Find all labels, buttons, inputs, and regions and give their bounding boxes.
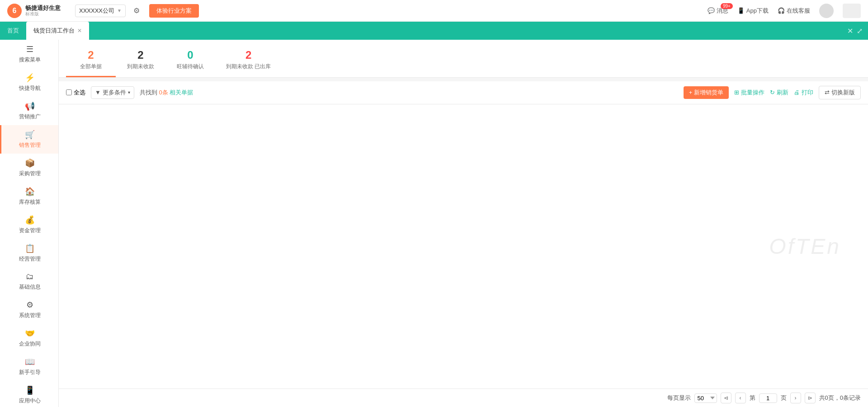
- finance-icon: 💰: [25, 215, 35, 225]
- logo-sub-text: 标准版: [25, 11, 61, 17]
- related-link[interactable]: 相关单据: [170, 89, 193, 96]
- found-text: 共找到 0条 相关单据: [140, 89, 193, 97]
- sidebar: ☰ 搜索菜单 ⚡ 快捷导航 📢 营销推广 🛒 销售管理 📦 采购管理 🏠 库存核…: [0, 40, 59, 407]
- sidebar-item-operations-label: 经营管理: [19, 255, 41, 263]
- sidebar-item-system[interactable]: ⚙ 系统管理: [0, 295, 58, 324]
- main-layout: ☰ 搜索菜单 ⚡ 快捷导航 📢 营销推广 🛒 销售管理 📦 采购管理 🏠 库存核…: [0, 40, 868, 407]
- print-button[interactable]: 🖨 打印: [794, 89, 813, 97]
- next-page-button[interactable]: ›: [790, 393, 801, 403]
- logo-icon: 6: [7, 4, 22, 18]
- inventory-icon: 🏠: [25, 187, 35, 196]
- prev-page-button[interactable]: ‹: [735, 393, 746, 403]
- sidebar-item-finance-label: 资金管理: [19, 227, 41, 234]
- quick-nav-icon: ⚡: [25, 73, 35, 83]
- message-icon: 💬: [708, 7, 715, 14]
- tab-bar-actions: ✕ ⤢: [847, 27, 868, 35]
- search-menu-icon: ☰: [26, 44, 33, 54]
- stat-overdue-label: 到期未收款: [127, 63, 154, 70]
- system-icon: ⚙: [26, 300, 33, 310]
- select-all-input[interactable]: [66, 89, 72, 95]
- tab-work-bench[interactable]: 钱货日清工作台 ✕: [26, 22, 89, 40]
- first-page-button[interactable]: ⊲: [721, 393, 731, 403]
- headset-icon: 🎧: [778, 7, 785, 14]
- settings-button[interactable]: ⚙: [129, 4, 144, 18]
- sidebar-item-system-label: 系统管理: [19, 312, 41, 319]
- tab-close-icon[interactable]: ✕: [77, 28, 82, 34]
- purchase-icon: 📦: [25, 158, 35, 168]
- page-input[interactable]: [759, 393, 777, 403]
- logo-text: 畅捷通好生意 标准版: [25, 5, 61, 17]
- stat-tab-shipped[interactable]: 2 到期未收款 已出库: [215, 45, 282, 77]
- filter-label: 更多条件: [103, 89, 126, 97]
- logo-area: 6 畅捷通好生意 标准版: [7, 4, 66, 18]
- app-download-button[interactable]: 📱 App下载: [737, 7, 769, 15]
- app-download-label: App下载: [746, 7, 769, 15]
- online-service-button[interactable]: 🎧 在线客服: [778, 7, 810, 15]
- sidebar-item-operations[interactable]: 📋 经营管理: [0, 239, 58, 267]
- sidebar-item-sales-label: 销售管理: [19, 141, 41, 149]
- maximize-icon[interactable]: ⤢: [857, 27, 863, 35]
- batch-operation-button[interactable]: ⊞ 批量操作: [734, 89, 764, 97]
- company-name: XXXXXX公司: [79, 7, 114, 15]
- sidebar-item-quick-nav-label: 快捷导航: [19, 84, 41, 92]
- sidebar-item-finance[interactable]: 💰 资金管理: [0, 211, 58, 239]
- last-page-button[interactable]: ⊳: [805, 393, 816, 403]
- table-area: OfTEn: [59, 104, 868, 388]
- enterprise-icon: 🤝: [25, 328, 35, 338]
- chevron-down-icon: ▼: [117, 8, 122, 13]
- sidebar-item-app-center[interactable]: 📱 应用中心: [0, 381, 58, 407]
- user-menu[interactable]: [843, 4, 861, 18]
- operations-icon: 📋: [25, 243, 35, 253]
- toolbar-right: + 新增销货单 ⊞ 批量操作 ↻ 刷新 🖨 打印 ⇄ 切换新版: [684, 86, 861, 99]
- page-label2: 页: [781, 394, 787, 402]
- sidebar-item-quick-nav[interactable]: ⚡ 快捷导航: [0, 68, 58, 97]
- marketing-icon: 📢: [25, 101, 35, 111]
- switch-new-version-button[interactable]: ⇄ 切换新版: [819, 86, 861, 99]
- filter-button[interactable]: ▼ 更多条件 ▾: [91, 86, 134, 99]
- add-sales-order-button[interactable]: + 新增销货单: [684, 86, 729, 99]
- experience-button[interactable]: 体验行业方案: [149, 4, 199, 18]
- sidebar-item-sales[interactable]: 🛒 销售管理: [0, 125, 58, 154]
- avatar[interactable]: [819, 4, 834, 18]
- app-download-icon: 📱: [737, 7, 745, 14]
- switch-icon: ⇄: [825, 89, 830, 96]
- sidebar-item-marketing[interactable]: 📢 营销推广: [0, 97, 58, 125]
- company-selector[interactable]: XXXXXX公司 ▼: [75, 5, 126, 17]
- stat-shipped-num: 2: [245, 49, 251, 62]
- stat-pending-num: 0: [187, 49, 193, 62]
- top-header: 6 畅捷通好生意 标准版 XXXXXX公司 ▼ ⚙ 体验行业方案 💬 消息 99…: [0, 0, 868, 22]
- sidebar-item-purchase[interactable]: 📦 采购管理: [0, 154, 58, 182]
- total-text: 共0页，0条记录: [819, 394, 861, 402]
- select-all-checkbox[interactable]: 全选: [66, 89, 85, 97]
- found-num: 0条: [159, 89, 168, 96]
- message-button[interactable]: 💬 消息 99+: [708, 7, 728, 15]
- message-badge: 99+: [721, 3, 733, 9]
- sidebar-item-basic-info[interactable]: 🗂 基础信息: [0, 267, 58, 295]
- refresh-button[interactable]: ↻ 刷新: [770, 89, 788, 97]
- tab-bar: 首页 钱货日清工作台 ✕ ✕ ⤢: [0, 22, 868, 40]
- stat-overdue-num: 2: [137, 49, 143, 62]
- sidebar-item-inventory[interactable]: 🏠 库存核算: [0, 182, 58, 211]
- tab-home[interactable]: 首页: [0, 22, 26, 40]
- sidebar-item-search-label: 搜索菜单: [19, 56, 41, 64]
- stat-all-num: 2: [88, 49, 94, 62]
- per-page-select[interactable]: 50 100 200: [694, 393, 717, 403]
- content-area: 2 全部单据 2 到期未收款 0 旺辅待确认 2 到期未收款 已出库 全选: [59, 40, 868, 407]
- print-label: 打印: [802, 89, 813, 97]
- stat-tab-pending[interactable]: 0 旺辅待确认: [165, 45, 215, 77]
- sidebar-item-search[interactable]: ☰ 搜索菜单: [0, 40, 58, 68]
- stat-tab-overdue[interactable]: 2 到期未收款: [116, 45, 165, 77]
- minimize-icon[interactable]: ✕: [847, 27, 853, 35]
- sidebar-item-guide[interactable]: 📖 新手引导: [0, 352, 58, 381]
- toolbar-left: 全选 ▼ 更多条件 ▾ 共找到 0条 相关单据: [66, 86, 678, 99]
- stats-tabs: 2 全部单据 2 到期未收款 0 旺辅待确认 2 到期未收款 已出库: [59, 40, 868, 78]
- sidebar-item-enterprise[interactable]: 🤝 企业协同: [0, 324, 58, 352]
- watermark: OfTEn: [769, 234, 841, 259]
- switch-label: 切换新版: [831, 89, 855, 97]
- stat-tab-all[interactable]: 2 全部单据: [66, 45, 116, 77]
- tab-work-bench-label: 钱货日清工作台: [33, 27, 75, 35]
- sidebar-item-marketing-label: 营销推广: [19, 113, 41, 121]
- select-all-label: 全选: [74, 89, 85, 97]
- page-label: 第: [750, 394, 755, 402]
- batch-label: 批量操作: [741, 89, 764, 97]
